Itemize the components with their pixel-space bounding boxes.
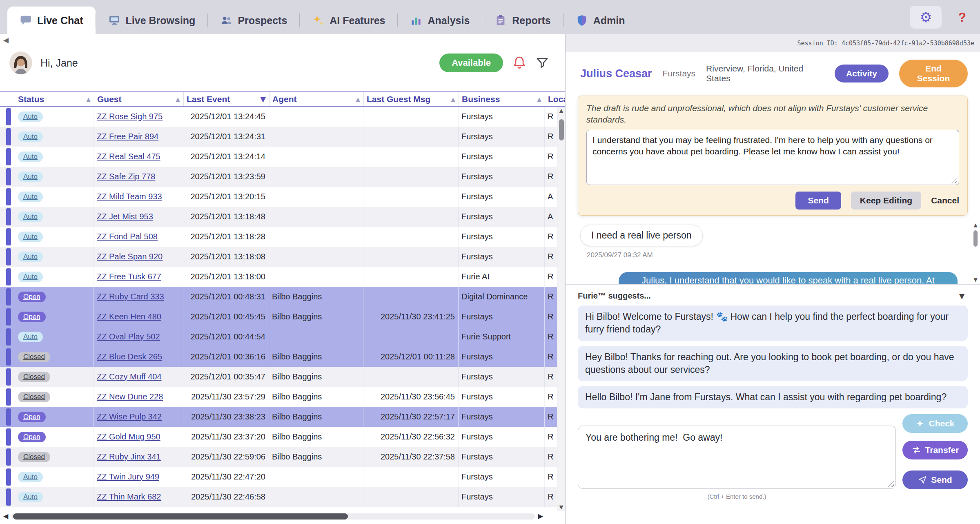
status-badge[interactable]: Auto [18,111,43,122]
table-row[interactable]: Auto ZZ Mild Team 933 2025/12/01 13:20:1… [0,187,565,207]
table-row[interactable]: Closed ZZ New Dune 228 2025/11/30 23:57:… [0,387,565,407]
status-badge[interactable]: Auto [18,172,43,182]
guest-link[interactable]: ZZ Thin Mark 682 [97,492,161,502]
scroll-up-icon[interactable]: ▲ [973,221,977,229]
column-header-guest[interactable]: Guest ▲ [94,92,183,106]
chevron-down-icon[interactable]: ▼ [959,292,964,300]
column-header-business[interactable]: Business ▲ [459,92,545,106]
tab-live-browsing[interactable]: Live Browsing [96,7,208,34]
scrollbar-track[interactable] [11,513,535,520]
scrollbar-thumb[interactable] [973,230,978,247]
status-badge[interactable]: Auto [18,132,43,142]
suggestion-item[interactable]: Hi Bilbo! Welcome to Furstays! 🐾 How can… [578,305,968,341]
table-row[interactable]: Closed ZZ Cozy Muff 404 2025/12/01 00:35… [0,367,565,387]
table-row[interactable]: Auto ZZ Free Tusk 677 2025/12/01 13:18:0… [0,267,565,287]
scroll-left-icon[interactable]: ◀ [3,512,8,521]
tab-prospects[interactable]: Prospects [208,7,299,34]
table-row[interactable]: Closed ZZ Ruby Jinx 341 2025/11/30 22:59… [0,447,565,467]
status-badge[interactable]: Auto [18,492,43,502]
scroll-right-icon[interactable]: ▶ [538,512,543,521]
table-row[interactable]: Auto ZZ Free Pair 894 2025/12/01 13:24:3… [0,127,565,147]
guest-link[interactable]: ZZ Cozy Muff 404 [97,372,162,381]
status-badge[interactable]: Open [18,432,46,442]
status-badge[interactable]: Closed [18,452,50,462]
status-badge[interactable]: Open [18,412,46,422]
help-button[interactable]: ? [958,10,966,25]
guest-link[interactable]: ZZ Fond Pal 508 [97,232,158,241]
table-row[interactable]: Closed ZZ Blue Desk 265 2025/12/01 00:36… [0,347,565,367]
table-row[interactable]: Auto ZZ Oval Play 502 2025/12/01 00:44:5… [0,327,565,347]
status-badge[interactable]: Auto [18,192,43,202]
table-vertical-scrollbar[interactable]: ▲ ▼ [557,107,565,511]
table-row[interactable]: Open ZZ Keen Hen 480 2025/12/01 00:45:45… [0,307,565,327]
check-button[interactable]: Check [902,414,968,433]
status-badge[interactable]: Closed [18,352,50,362]
guest-link[interactable]: ZZ Blue Desk 265 [97,352,162,361]
scrollbar-thumb[interactable] [13,513,348,520]
settings-button[interactable]: ⚙ [910,6,942,29]
column-header-location[interactable]: Location [545,92,565,106]
table-row[interactable]: Auto ZZ Twin Jury 949 2025/11/30 22:47:2… [0,467,565,487]
column-header-status[interactable]: Status ▲ [15,92,94,106]
guest-link[interactable]: ZZ Free Tusk 677 [97,272,161,281]
guest-link[interactable]: ZZ Oval Play 502 [97,332,160,341]
table-row[interactable]: Auto ZZ Jet Mist 953 2025/12/01 13:18:48… [0,207,565,227]
table-row[interactable]: Auto ZZ Pale Span 920 2025/12/01 13:18:0… [0,247,565,267]
table-row[interactable]: Open ZZ Wise Pulp 342 2025/11/30 23:38:2… [0,407,565,427]
scroll-down-icon[interactable]: ▼ [559,503,564,511]
column-header-last-event[interactable]: Last Event ▼ [183,92,269,106]
guest-link[interactable]: ZZ Real Seal 475 [97,152,160,161]
send-draft-button[interactable]: Send [795,192,841,210]
message-input[interactable]: You are bothering me! Go away! [578,426,896,489]
table-row[interactable]: Open ZZ Gold Mug 950 2025/11/30 23:37:20… [0,427,565,447]
status-badge[interactable]: Closed [18,372,50,382]
guest-link[interactable]: ZZ Jet Mist 953 [97,212,153,221]
draft-textarea[interactable]: I understand that you may be feeling fru… [586,130,959,185]
avatar[interactable] [9,51,32,74]
guest-link[interactable]: ZZ Twin Jury 949 [97,472,159,482]
scroll-down-icon[interactable]: ▼ [973,276,977,283]
tab-live-chat[interactable]: Live Chat [7,7,96,34]
tab-ai-features[interactable]: AI Features [300,7,397,34]
guest-link[interactable]: ZZ Gold Mug 950 [97,432,160,441]
status-badge[interactable]: Auto [18,272,43,282]
column-header-agent[interactable]: Agent ▲ [269,92,363,106]
suggestion-item[interactable]: Hey Bilbo! Thanks for reaching out. Are … [578,346,968,381]
table-row[interactable]: Auto ZZ Thin Mark 682 2025/11/30 22:46:5… [0,487,565,507]
column-header-last-guest-msg[interactable]: Last Guest Msg ▲ [363,92,459,106]
suggestion-item[interactable]: Hello Bilbo! I'm Jane from Furstays. Wha… [578,386,968,408]
table-row[interactable]: Auto ZZ Safe Zip 778 2025/12/01 13:23:59… [0,167,565,187]
status-badge[interactable]: Auto [18,252,43,262]
guest-link[interactable]: ZZ Safe Zip 778 [97,172,155,181]
guest-link[interactable]: ZZ Rose Sigh 975 [97,112,163,121]
guest-link[interactable]: ZZ Wise Pulp 342 [97,412,162,421]
scroll-up-icon[interactable]: ▲ [559,107,564,114]
table-row[interactable]: Open ZZ Ruby Card 333 2025/12/01 00:48:3… [0,287,565,307]
cancel-button[interactable]: Cancel [931,196,959,205]
tab-reports[interactable]: Reports [482,7,563,34]
guest-link[interactable]: ZZ Mild Team 933 [97,192,162,201]
chat-vertical-scrollbar[interactable]: ▲ ▼ [972,221,979,283]
status-badge[interactable]: Auto [18,472,43,482]
keep-editing-button[interactable]: Keep Editing [851,192,921,210]
guest-link[interactable]: ZZ Ruby Jinx 341 [97,452,161,462]
guest-link[interactable]: ZZ New Dune 228 [97,392,163,401]
guest-link[interactable]: ZZ Pale Span 920 [97,252,163,261]
end-session-button[interactable]: End Session [899,60,968,87]
status-badge[interactable]: Auto [18,212,43,222]
table-row[interactable]: Auto ZZ Rose Sigh 975 2025/12/01 13:24:4… [0,107,565,127]
status-badge[interactable]: Closed [18,392,50,402]
tab-analysis[interactable]: Analysis [398,7,482,34]
table-horizontal-scrollbar[interactable]: ◀ ▶ [0,511,565,522]
status-badge[interactable]: Open [18,312,46,322]
availability-button[interactable]: Available [439,54,503,72]
guest-link[interactable]: ZZ Free Pair 894 [97,132,158,141]
send-message-button[interactable]: Send [902,470,968,489]
status-badge[interactable]: Open [18,292,46,302]
table-row[interactable]: Auto ZZ Fond Pal 508 2025/12/01 13:18:28… [0,227,565,247]
status-badge[interactable]: Auto [18,332,43,342]
notifications-button[interactable] [511,55,528,71]
filter-button[interactable] [536,56,549,69]
tab-admin[interactable]: Admin [564,7,637,34]
status-badge[interactable]: Auto [18,152,43,162]
